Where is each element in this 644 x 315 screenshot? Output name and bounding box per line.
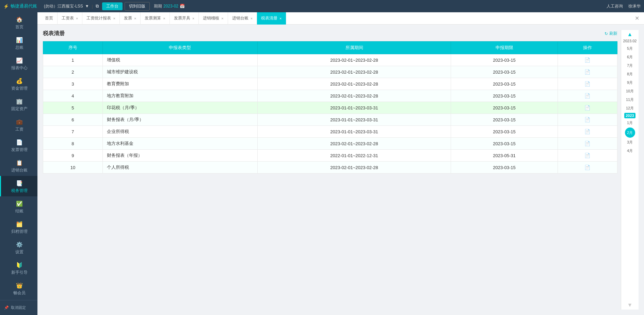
sidebar-label-assets: 固定资产 — [11, 106, 28, 112]
table-row: 7 企业所得税 2023-01-01~2023-03-31 2023-03-15… — [43, 126, 617, 138]
sidebar-item-guide[interactable]: 🔰 新手引导 — [0, 258, 37, 278]
cell-action[interactable]: 📄 — [558, 90, 617, 102]
sidebar-item-archive[interactable]: 🗂️ 归档管理 — [0, 217, 37, 237]
action-icon[interactable]: 📄 — [584, 81, 590, 87]
timeline-down-icon[interactable]: ▼ — [627, 302, 633, 308]
timeline-month-9[interactable]: 9月 — [623, 79, 637, 87]
sidebar-item-member[interactable]: 👑 畅会员 — [0, 278, 37, 299]
tab-invoice[interactable]: 发票 × — [120, 12, 141, 25]
tab-invoice-calc[interactable]: 发票测算 × — [141, 12, 170, 25]
old-version-button[interactable]: 切到旧版 — [125, 2, 150, 11]
cell-type: 城市维护建设税 — [102, 66, 257, 78]
unpin-button[interactable]: 📌 取消固定 — [0, 303, 37, 312]
action-icon[interactable]: 📄 — [584, 129, 590, 134]
timeline-month-1[interactable]: 1月 — [623, 119, 637, 127]
cell-action[interactable]: 📄 — [558, 162, 617, 174]
cell-deadline: 2023-03-15 — [451, 102, 558, 114]
cell-action[interactable]: 📄 — [558, 102, 617, 114]
tab-salary-report-close[interactable]: × — [113, 16, 115, 20]
timeline-month-3[interactable]: 3月 — [623, 138, 637, 146]
sidebar-item-salary[interactable]: 💼 工资 — [0, 115, 37, 135]
cell-period: 2023-02-01~2023-02-28 — [257, 54, 451, 66]
tab-invoice-issue-close[interactable]: × — [192, 16, 194, 20]
cell-period: 2023-01-01~2023-03-31 — [257, 126, 451, 138]
sidebar-item-tax[interactable]: 📑 税务管理 — [0, 176, 37, 196]
timeline-month-7[interactable]: 7月 — [623, 62, 637, 70]
col-seq: 序号 — [43, 42, 103, 54]
sidebar-item-invoice[interactable]: 📄 发票管理 — [0, 135, 37, 155]
data-table: 序号 申报表类型 所属期间 申报期限 操作 1 增值税 2023-02-01~2… — [43, 41, 617, 174]
sidebar-label-salary: 工资 — [15, 126, 23, 132]
period-value[interactable]: 2023-02 — [163, 4, 178, 9]
action-icon[interactable]: 📄 — [584, 165, 590, 170]
cell-action[interactable]: 📄 — [558, 66, 617, 78]
sidebar-label-reports: 报表中心 — [11, 65, 28, 71]
sidebar-item-ledger[interactable]: 📊 总账 — [0, 33, 37, 53]
tab-tax-list[interactable]: 税表清册 × — [257, 12, 286, 25]
timeline-month-4[interactable]: 4月 — [623, 147, 637, 155]
sidebar-item-reports[interactable]: 📈 报表中心 — [0, 53, 37, 74]
timeline-month-12[interactable]: 12月 — [623, 104, 637, 112]
sidebar-item-home[interactable]: 🏠 首页 — [0, 12, 37, 33]
timeline-month-10[interactable]: 10月 — [623, 87, 637, 95]
sidebar-item-settings[interactable]: ⚙️ 设置 — [0, 237, 37, 258]
tab-invoice-calc-close[interactable]: × — [163, 16, 165, 20]
cell-deadline: 2023-05-31 — [451, 150, 558, 162]
cell-deadline: 2023-03-15 — [451, 138, 558, 150]
cell-action[interactable]: 📄 — [558, 78, 617, 90]
cell-deadline: 2023-03-15 — [451, 78, 558, 90]
page-content: 税表清册 ↻ 刷新 序号 申报表类型 所属期间 申报期限 操作 — [37, 25, 644, 315]
timeline-month-5[interactable]: 5月 — [623, 45, 637, 52]
action-icon[interactable]: 📄 — [584, 69, 590, 75]
cell-action[interactable]: 📄 — [558, 138, 617, 150]
cell-action[interactable]: 📄 — [558, 114, 617, 126]
sidebar-item-assets[interactable]: 🏢 固定资产 — [0, 94, 37, 115]
tab-inout-ledger-close[interactable]: × — [251, 16, 253, 20]
cell-action[interactable]: 📄 — [558, 150, 617, 162]
sidebar-item-finance[interactable]: 💰 资金管理 — [0, 74, 37, 94]
action-icon[interactable]: 📄 — [584, 153, 590, 158]
tab-invoice-issue[interactable]: 发票开具 × — [170, 12, 199, 25]
col-period: 所属期间 — [257, 42, 451, 54]
tab-inout-ledger[interactable]: 进销台账 × — [228, 12, 257, 25]
app-logo: ⚡ 畅捷通易代账 — [3, 3, 37, 9]
timeline-month-2-active[interactable]: 2月 — [625, 127, 635, 138]
tab-audit[interactable]: 进销稽核 × — [199, 12, 228, 25]
action-icon[interactable]: 📄 — [584, 141, 590, 146]
sidebar-item-checkout[interactable]: ✅ 结账 — [0, 196, 37, 217]
action-icon[interactable]: 📄 — [584, 105, 590, 110]
action-icon[interactable]: 📄 — [584, 57, 590, 63]
timeline-up-icon[interactable]: ▲ — [627, 31, 633, 38]
tab-salary[interactable]: 工资表 × — [58, 12, 82, 25]
action-icon[interactable]: 📄 — [584, 93, 590, 99]
company-dropdown-icon[interactable]: ▼ — [85, 4, 89, 9]
sidebar-label-invoice: 发票管理 — [11, 147, 28, 153]
workbench-button[interactable]: 工作台 — [102, 2, 123, 10]
timeline-month-8[interactable]: 8月 — [623, 70, 637, 78]
company-selector[interactable]: (勿动）江西服宝-LSS ▼ — [44, 3, 89, 9]
cell-action[interactable]: 📄 — [558, 126, 617, 138]
tab-tax-list-close[interactable]: × — [279, 16, 281, 20]
refresh-button[interactable]: ↻ 刷新 — [605, 31, 617, 36]
copy-icon[interactable]: ⧉ — [96, 3, 99, 9]
close-all-button[interactable]: ✕ — [633, 15, 641, 21]
tab-audit-close[interactable]: × — [221, 16, 223, 20]
cell-action[interactable]: 📄 — [558, 54, 617, 66]
tab-salary-report[interactable]: 工资统计报表 × — [82, 12, 119, 25]
tab-invoice-close[interactable]: × — [134, 16, 136, 20]
user-name[interactable]: 徐涿华 — [628, 3, 641, 9]
calendar-icon[interactable]: 📅 — [180, 4, 185, 9]
tab-salary-close[interactable]: × — [76, 16, 78, 20]
timeline-month-11[interactable]: 11月 — [623, 96, 637, 104]
cell-deadline: 2023-03-15 — [451, 54, 558, 66]
sidebar-item-inout[interactable]: 📋 进销台账 — [0, 155, 37, 176]
cell-deadline: 2023-03-15 — [451, 126, 558, 138]
tab-home[interactable]: 首页 — [41, 12, 58, 25]
action-icon[interactable]: 📄 — [584, 117, 590, 122]
cell-seq: 5 — [43, 102, 103, 114]
cell-seq: 3 — [43, 78, 103, 90]
timeline-month-6[interactable]: 6月 — [623, 53, 637, 61]
main-panel: 税表清册 ↻ 刷新 序号 申报表类型 所属期间 申报期限 操作 — [43, 30, 617, 310]
ai-consult[interactable]: 人工咨询 — [607, 3, 623, 9]
cell-period: 2022-01-01~2022-12-31 — [257, 150, 451, 162]
